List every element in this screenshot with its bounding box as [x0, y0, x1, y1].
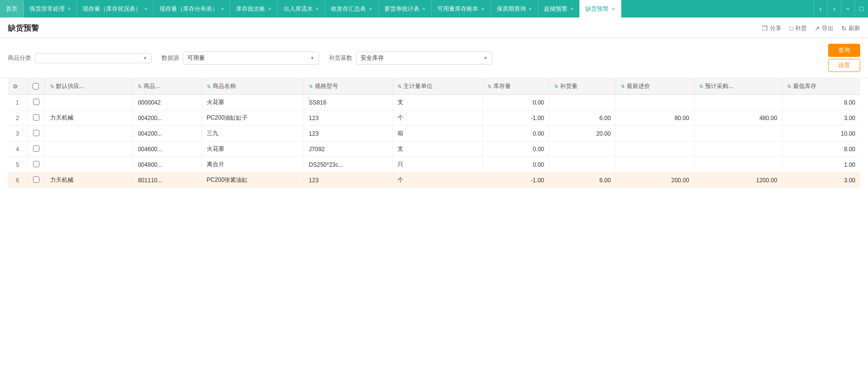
- tab-available[interactable]: 可用量库存账本 ×: [432, 0, 490, 18]
- cell-code: 801110...: [133, 173, 201, 188]
- th-name[interactable]: ⇅ 商品名称: [201, 78, 304, 95]
- category-filter-group: 商品分类 ▼: [8, 53, 152, 63]
- tab-shortage[interactable]: 缺货预警 ×: [579, 0, 621, 18]
- tab-nav-buttons: ‹ › − □: [814, 0, 868, 18]
- cell-checkbox[interactable]: [27, 157, 45, 173]
- th-supplier[interactable]: ⇅ 默认供应...: [45, 78, 133, 95]
- tab-prev-button[interactable]: ‹: [814, 0, 827, 18]
- tab-inventory-dist[interactable]: 现存量（库存分布表） ×: [154, 0, 230, 18]
- tab-close-overstock[interactable]: ×: [570, 6, 573, 12]
- page-header: 缺货预警 ❐ 分享 □ 补货 ↗ 导出 ↻ 刷新: [0, 18, 868, 38]
- table-body: 1 0000042 火花塞 SS816 支 0.00 8.00 2 力天机械 0…: [8, 95, 860, 188]
- tab-close-batch[interactable]: ×: [268, 6, 271, 12]
- cell-estimated: [694, 126, 782, 141]
- tab-close-demand[interactable]: ×: [422, 6, 425, 12]
- th-spec[interactable]: ⇅ 规格型号: [304, 78, 392, 95]
- row-checkbox[interactable]: [33, 130, 39, 136]
- cell-checkbox[interactable]: [27, 173, 45, 188]
- cell-replenish: 6.00: [549, 173, 616, 188]
- datasource-select[interactable]: 可用量 ▼: [183, 52, 319, 65]
- replenish-base-select[interactable]: 安全库存 ▼: [356, 52, 492, 65]
- cell-unit: 只: [393, 157, 483, 173]
- tab-maximize-button[interactable]: □: [854, 0, 868, 18]
- category-label: 商品分类: [8, 54, 31, 62]
- tab-minimize-button[interactable]: −: [841, 0, 854, 18]
- row-checkbox[interactable]: [33, 176, 39, 183]
- settings-button[interactable]: 设置: [828, 59, 860, 72]
- row-checkbox[interactable]: [33, 145, 39, 152]
- row-checkbox[interactable]: [33, 114, 39, 121]
- tab-close-collect[interactable]: ×: [369, 6, 372, 12]
- cell-supplier: [45, 141, 133, 157]
- th-estimated[interactable]: ⇅ 预计采购...: [694, 78, 782, 95]
- cell-min-stock: 10.00: [782, 126, 860, 141]
- cell-checkbox[interactable]: [27, 110, 45, 126]
- cell-unit: 个: [393, 110, 483, 126]
- tab-expiry[interactable]: 保质期查询 ×: [491, 0, 538, 18]
- cell-stock: 0.00: [483, 126, 549, 141]
- tab-close-available[interactable]: ×: [481, 6, 484, 12]
- th-latest-price[interactable]: ⇅ 最新进价: [616, 78, 694, 95]
- row-checkbox[interactable]: [33, 99, 39, 105]
- cell-checkbox[interactable]: [27, 126, 45, 141]
- select-all-checkbox[interactable]: [33, 83, 39, 89]
- tab-close-flow[interactable]: ×: [316, 6, 319, 12]
- cell-replenish: [549, 95, 616, 110]
- query-button[interactable]: 查询: [828, 44, 860, 57]
- replenish-base-select-arrow: ▼: [483, 55, 488, 61]
- tab-home[interactable]: 首页: [0, 0, 24, 18]
- export-button[interactable]: ↗ 导出: [814, 24, 833, 33]
- share-button[interactable]: ❐ 分享: [762, 24, 781, 33]
- tab-demand[interactable]: 要货单统计表 ×: [379, 0, 432, 18]
- sort-name-icon: ⇅: [207, 84, 211, 89]
- tab-next-button[interactable]: ›: [827, 0, 841, 18]
- tab-flow[interactable]: 出入库流水 ×: [278, 0, 325, 18]
- th-replenish[interactable]: ⇅ 补货量: [549, 78, 616, 95]
- cell-replenish: [549, 141, 616, 157]
- cell-latest-price: 200.00: [616, 173, 694, 188]
- category-select[interactable]: ▼: [35, 53, 152, 63]
- cell-replenish: 20.00: [549, 126, 616, 141]
- cell-code: 004200...: [133, 110, 201, 126]
- table-row: 4 004600... 火花塞 J7092 支 0.00 8.00: [8, 141, 860, 157]
- tab-collect[interactable]: 收发存汇总表 ×: [325, 0, 378, 18]
- datasource-value: 可用量: [187, 54, 205, 62]
- tab-close-expiry[interactable]: ×: [529, 6, 532, 12]
- replenish-base-value: 安全库存: [361, 54, 384, 62]
- page-title: 缺货预警: [8, 23, 39, 34]
- cell-min-stock: 8.00: [782, 95, 860, 110]
- sort-unit-icon: ⇅: [398, 84, 401, 89]
- replenish-button[interactable]: □ 补货: [789, 24, 807, 33]
- tab-close-abnormal[interactable]: ×: [68, 6, 71, 12]
- th-min-stock[interactable]: ⇅ 最低库存: [782, 78, 860, 95]
- tab-close-shortage[interactable]: ×: [612, 6, 615, 12]
- tab-abnormal[interactable]: 拣货异常处理 ×: [24, 0, 77, 18]
- cell-unit: 支: [393, 141, 483, 157]
- sort-stock-icon: ⇅: [488, 84, 491, 89]
- cell-checkbox[interactable]: [27, 141, 45, 157]
- refresh-button[interactable]: ↻ 刷新: [841, 24, 860, 33]
- cell-min-stock: 1.00: [782, 157, 860, 173]
- tab-overstock[interactable]: 超储预警 ×: [538, 0, 579, 18]
- cell-spec: 123: [304, 173, 392, 188]
- row-checkbox[interactable]: [33, 161, 39, 167]
- sort-code-icon: ⇅: [138, 84, 142, 89]
- tab-inventory-status[interactable]: 现存量（库存状况表） ×: [77, 0, 153, 18]
- th-stock[interactable]: ⇅ 库存量: [483, 78, 549, 95]
- settings-gear-icon: ⚙: [13, 83, 18, 90]
- th-code[interactable]: ⇅ 商品...: [133, 78, 201, 95]
- tab-close-inventory-status[interactable]: ×: [144, 6, 147, 12]
- cell-stock: 0.00: [483, 95, 549, 110]
- th-unit[interactable]: ⇅ 主计量单位: [393, 78, 483, 95]
- cell-checkbox[interactable]: [27, 95, 45, 110]
- tab-batch[interactable]: 库存批次账 ×: [230, 0, 277, 18]
- cell-code: 004800...: [133, 157, 201, 173]
- th-settings[interactable]: ⚙: [8, 78, 27, 95]
- cell-latest-price: 80.00: [616, 110, 694, 126]
- cell-supplier: [45, 126, 133, 141]
- cell-stock: -1.00: [483, 110, 549, 126]
- data-table: ⚙ ⇅ 默认供应...: [8, 78, 860, 188]
- cell-code: 0000042: [133, 95, 201, 110]
- cell-unit: 支: [393, 95, 483, 110]
- tab-close-inventory-dist[interactable]: ×: [221, 6, 224, 12]
